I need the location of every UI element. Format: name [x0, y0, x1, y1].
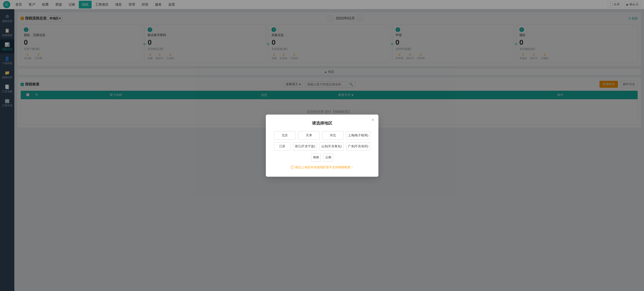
region-grid-row2: 江苏浙江(不含宁波)山东(不含青岛)广东(不含深圳) — [274, 142, 370, 151]
region-btn-河北[interactable]: 河北 — [322, 131, 344, 140]
region-btn-北京[interactable]: 北京 — [274, 131, 296, 140]
region-btn-海南[interactable]: 海南 — [311, 153, 321, 162]
warning-icon: ! — [291, 165, 294, 169]
region-btn-广东(不含深圳)[interactable]: 广东(不含深圳) — [346, 142, 370, 151]
region-select-modal: × 请选择地区 北京天津河北上海(电子税局) 江苏浙江(不含宁波)山东(不含青岛… — [266, 115, 378, 177]
region-btn-天津[interactable]: 天津 — [298, 131, 320, 140]
region-btn-上海(电子税局)[interactable]: 上海(电子税局) — [346, 131, 370, 140]
region-btn-山东(不含青岛)[interactable]: 山东(不含青岛) — [320, 142, 344, 151]
region-btn-浙江(不含宁波)[interactable]: 浙江(不含宁波) — [293, 142, 317, 151]
region-btn-云南[interactable]: 云南 — [323, 153, 333, 162]
modal-overlay[interactable]: × 请选择地区 北京天津河北上海(电子税局) 江苏浙江(不含宁波)山东(不含青岛… — [0, 0, 644, 291]
warning-text: 除以上地区外其他地区暂不支持报税检查！ — [295, 165, 354, 170]
region-btn-江苏[interactable]: 江苏 — [274, 142, 290, 151]
region-grid-row3: 海南云南 — [274, 153, 370, 162]
modal-warning: ! 除以上地区外其他地区暂不支持报税检查！ — [274, 165, 370, 170]
region-grid-row1: 北京天津河北上海(电子税局) — [274, 131, 370, 140]
modal-close-button[interactable]: × — [372, 118, 374, 122]
modal-title: 请选择地区 — [274, 121, 370, 126]
